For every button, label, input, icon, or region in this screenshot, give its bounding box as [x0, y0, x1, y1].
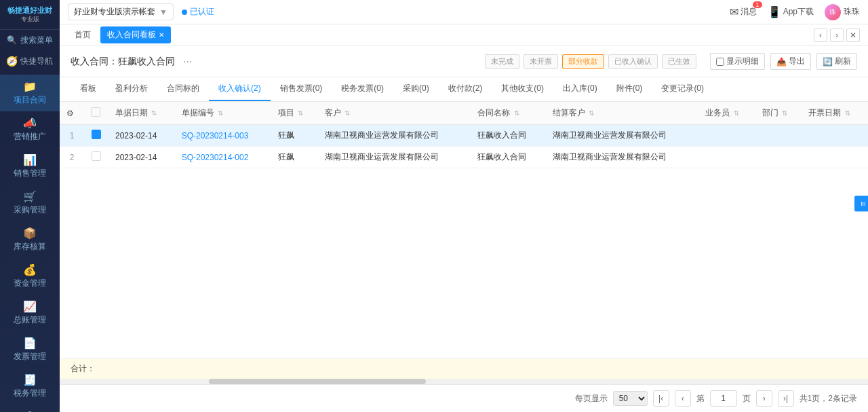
row-customer-1: 湖南卫视商业运营发展有限公司	[318, 125, 471, 147]
sort-contract-icon[interactable]: ⇅	[514, 109, 519, 117]
app-logo: 畅捷通好业财 专业版	[0, 0, 60, 30]
sort-date-icon[interactable]: ⇅	[151, 109, 157, 117]
tab-prev-button[interactable]: ‹	[814, 29, 827, 42]
sort-dept-icon[interactable]: ⇅	[782, 109, 787, 117]
float-action-button[interactable]: ≡	[854, 195, 868, 211]
sidebar-item-marketing[interactable]: 📣 营销推广	[0, 111, 60, 148]
tab-close-icon[interactable]: ✕	[159, 31, 164, 39]
compass-icon: 🧭	[5, 55, 18, 67]
tab-next-button[interactable]: ›	[830, 29, 844, 42]
export-button[interactable]: 📤 导出	[770, 53, 811, 70]
app-download-button[interactable]: 📱 App下载	[768, 5, 814, 18]
sort-settle-icon[interactable]: ⇅	[589, 109, 594, 117]
sub-tab-attachment[interactable]: 附件(0)	[607, 77, 652, 101]
sub-tab-sales-invoice[interactable]: 销售发票(0)	[271, 77, 332, 101]
row-num-1: 1	[60, 125, 84, 147]
detail-checkbox-input[interactable]	[716, 58, 724, 66]
sub-tab-profit[interactable]: 盈利分析	[106, 77, 157, 101]
user-name: 珠珠	[844, 6, 860, 18]
sub-tab-subject-label: 合同标的	[167, 83, 199, 93]
sidebar-item-fixed-assets[interactable]: 🏢 固定资产	[0, 405, 60, 412]
page-number-input[interactable]: 1	[710, 390, 737, 407]
refresh-button[interactable]: 🔄 刷新	[816, 53, 857, 70]
sort-salesperson-icon[interactable]: ⇅	[734, 109, 739, 117]
sidebar-project-label: 项目合同	[14, 94, 46, 106]
sub-tab-change-log[interactable]: 变更记录(0)	[652, 77, 713, 101]
sidebar-item-project-contract[interactable]: 📁 项目合同	[0, 75, 60, 111]
row-project-2: 狂飙	[271, 147, 318, 168]
th-date-label: 单据日期	[115, 108, 148, 117]
sidebar-item-ledger[interactable]: 📈 总账管理	[0, 295, 60, 331]
row-checkbox-2[interactable]	[84, 147, 108, 168]
sidebar-item-inventory[interactable]: 📦 库存核算	[0, 221, 60, 258]
th-project-label: 项目	[278, 108, 294, 117]
first-page-button[interactable]: |‹	[653, 390, 669, 407]
sub-tab-payment[interactable]: 收付款(2)	[439, 77, 492, 101]
row-number-1: SQ-20230214-003	[175, 125, 271, 147]
table-row[interactable]: 1 2023-02-14 SQ-20230214-003 狂飙 湖南卫视商业运营…	[60, 125, 868, 147]
sidebar-item-quicknav[interactable]: 🧭 快捷导航	[0, 50, 60, 72]
tab-income-contract[interactable]: 收入合同看板 ✕	[100, 26, 171, 43]
tab-home[interactable]: 首页	[68, 26, 98, 43]
table-wrapper[interactable]: ⚙ 单据日期 ⇅ 单据编号 ⇅	[60, 102, 868, 358]
sub-tab-overview[interactable]: 看板	[71, 77, 106, 101]
certified-label: 已认证	[190, 6, 214, 18]
tab-home-label: 首页	[75, 30, 91, 39]
export-icon: 📤	[776, 57, 787, 67]
sort-customer-icon[interactable]: ⇅	[344, 109, 350, 117]
table-header-row: ⚙ 单据日期 ⇅ 单据编号 ⇅	[60, 102, 868, 125]
sidebar-item-funds[interactable]: 💰 资金管理	[0, 258, 60, 295]
th-customer: 客户 ⇅	[318, 102, 471, 125]
message-button[interactable]: ✉ 消息 1	[730, 5, 757, 18]
data-table: ⚙ 单据日期 ⇅ 单据编号 ⇅	[60, 102, 868, 168]
sidebar-item-purchase[interactable]: 🛒 采购管理	[0, 185, 60, 221]
sidebar-item-search[interactable]: 🔍 搜索菜单	[0, 30, 60, 50]
sidebar-marketing-label: 营销推广	[14, 131, 46, 143]
sort-number-icon[interactable]: ⇅	[218, 109, 223, 117]
table-scroll-thumb[interactable]	[209, 379, 426, 384]
table-scrollbar[interactable]	[60, 379, 868, 384]
th-date: 单据日期 ⇅	[108, 102, 175, 125]
sort-project-icon[interactable]: ⇅	[298, 109, 303, 117]
float-icon: ≡	[859, 201, 868, 206]
message-icon: ✉	[730, 5, 738, 18]
sidebar-sales-label: 销售管理	[14, 168, 46, 179]
sidebar-item-invoice[interactable]: 📄 发票管理	[0, 331, 60, 368]
row-number-link-2[interactable]: SQ-20230214-002	[182, 153, 249, 162]
sub-tab-purchase[interactable]: 采购(0)	[393, 77, 439, 101]
row-date-1: 2023-02-14	[108, 125, 175, 147]
row-number-link-1[interactable]: SQ-20230214-003	[182, 131, 249, 141]
show-detail-checkbox[interactable]: 显示明细	[710, 53, 765, 70]
sidebar-item-tax[interactable]: 🧾 税务管理	[0, 368, 60, 405]
prev-page-button[interactable]: ‹	[675, 390, 691, 407]
user-menu-button[interactable]: 珠 珠珠	[825, 4, 860, 20]
sub-tab-revenue-confirm[interactable]: 收入确认(2)	[209, 77, 271, 101]
row-settle-customer-1: 湖南卫视商业运营发展有限公司	[546, 125, 699, 147]
sidebar-funds-label: 资金管理	[14, 278, 46, 289]
sub-tab-other[interactable]: 其他收支(0)	[492, 77, 553, 101]
sub-tab-warehouse[interactable]: 出入库(0)	[553, 77, 607, 101]
more-options-button[interactable]: ···	[183, 56, 192, 68]
tab-close-all-button[interactable]: ✕	[846, 29, 860, 42]
org-selector[interactable]: 好业财专业版演示帐套 ▼	[68, 3, 174, 20]
row-invoice-date-2	[802, 147, 868, 168]
row-checkbox-1[interactable]	[84, 125, 108, 147]
select-all-checkbox[interactable]	[91, 107, 100, 117]
sub-tab-tax-invoice[interactable]: 税务发票(0)	[332, 77, 393, 101]
page-label-before: 第	[696, 393, 705, 405]
th-customer-label: 客户	[325, 108, 341, 117]
sort-invoice-date-icon[interactable]: ⇅	[845, 109, 850, 117]
last-page-button[interactable]: ›|	[778, 390, 794, 407]
download-icon: 📱	[768, 5, 781, 18]
org-name: 好业财专业版演示帐套	[74, 6, 155, 18]
sub-tab-contract-subject[interactable]: 合同标的	[157, 77, 209, 101]
table-row[interactable]: 2 2023-02-14 SQ-20230214-002 狂飙 湖南卫视商业运营…	[60, 147, 868, 168]
next-page-button[interactable]: ›	[756, 390, 772, 407]
page-size-select[interactable]: 10 20 50 100	[613, 391, 648, 406]
box-icon: 📦	[23, 227, 37, 240]
export-label: 导出	[789, 56, 805, 67]
settings-icon[interactable]: ⚙	[66, 109, 74, 118]
app-sub: 专业版	[3, 15, 57, 24]
sidebar-item-sales[interactable]: 📊 销售管理	[0, 148, 60, 185]
th-invoice-date: 开票日期 ⇅	[802, 102, 868, 125]
